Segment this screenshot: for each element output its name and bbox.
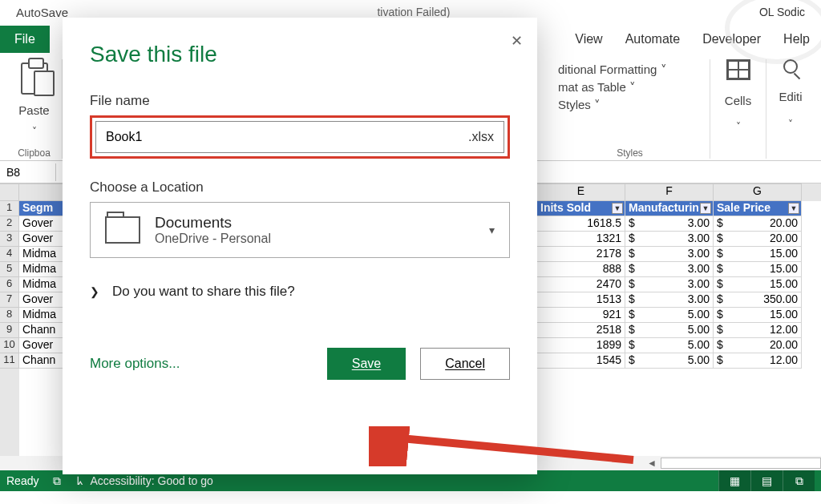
autosave-label: AutoSave xyxy=(16,6,68,19)
paste-label[interactable]: Paste xyxy=(18,103,49,117)
col-e[interactable]: E xyxy=(537,183,625,201)
find-icon[interactable] xyxy=(783,59,798,74)
more-options-link[interactable]: More options... xyxy=(90,356,180,372)
location-main: Documents xyxy=(155,214,271,232)
col-f[interactable]: F xyxy=(625,183,714,201)
name-box[interactable]: B8 xyxy=(0,163,56,181)
display-settings-icon[interactable]: ⧉ xyxy=(53,474,61,488)
paste-icon[interactable] xyxy=(21,62,48,95)
filename-highlight: .xlsx xyxy=(90,115,510,159)
automate-tab[interactable]: Automate xyxy=(614,26,691,53)
editing-group: Editi ˅ xyxy=(766,59,815,159)
filename-input[interactable] xyxy=(106,130,462,144)
accessibility-status: Accessibility: Good to go xyxy=(90,474,212,487)
location-selector[interactable]: Documents OneDrive - Personal ▾ xyxy=(90,202,510,258)
cells-icon[interactable] xyxy=(726,59,750,80)
chevron-down-icon: ▾ xyxy=(489,224,495,236)
save-dialog: ✕ Save this file File name .xlsx Choose … xyxy=(63,18,537,474)
header-units-sold: Inits Sold▼ xyxy=(537,201,625,216)
filter-icon[interactable]: ▼ xyxy=(612,203,623,214)
header-segment: Segm xyxy=(19,201,64,216)
file-extension[interactable]: .xlsx xyxy=(462,130,494,144)
editing-label[interactable]: Editi xyxy=(779,90,802,103)
location-label: Choose a Location xyxy=(90,179,510,196)
folder-icon xyxy=(105,216,140,244)
conditional-formatting-button[interactable]: ditional Formatting ˅ xyxy=(558,62,667,77)
row-headers: 123 456 789 1011 xyxy=(0,183,19,456)
title-center: tivation Failed) xyxy=(68,6,759,18)
cancel-button[interactable]: Cancel xyxy=(420,348,510,380)
filter-icon[interactable]: ▼ xyxy=(788,203,799,214)
header-sale-price: Sale Price▼ xyxy=(714,201,802,216)
page-break-view-button[interactable]: ⧉ xyxy=(783,470,815,491)
filter-icon[interactable]: ▼ xyxy=(700,203,711,214)
view-tab[interactable]: View xyxy=(564,26,613,53)
page-layout-view-button[interactable]: ▤ xyxy=(750,470,783,491)
dialog-title: Save this file xyxy=(90,42,510,67)
styles-group-label: Styles xyxy=(617,147,643,159)
chevron-right-icon: ❯ xyxy=(90,285,99,298)
file-tab[interactable]: File xyxy=(0,26,50,53)
format-as-table-button[interactable]: mat as Table ˅ xyxy=(558,80,636,95)
save-button[interactable]: Save xyxy=(327,348,406,380)
accessibility-icon[interactable]: ᖾ xyxy=(77,474,83,488)
normal-view-button[interactable]: ▦ xyxy=(718,470,750,491)
location-sub: OneDrive - Personal xyxy=(155,232,271,246)
styles-group: ditional Formatting ˅ mat as Table ˅ Sty… xyxy=(550,59,710,159)
col-g[interactable]: G xyxy=(714,183,802,201)
cells-group: Cells ˅ xyxy=(710,59,766,159)
cell-styles-button[interactable]: Styles ˅ xyxy=(558,98,601,112)
clipboard-group: Paste ˅ Clipboa xyxy=(6,59,63,159)
share-expander[interactable]: ❯ Do you want to share this file? xyxy=(90,284,510,300)
header-manufacturing: Manufacturin▼ xyxy=(625,201,714,216)
clipboard-group-label: Clipboa xyxy=(18,147,51,159)
status-ready: Ready xyxy=(6,474,38,487)
filename-label: File name xyxy=(90,93,510,109)
share-question: Do you want to share this file? xyxy=(112,284,295,300)
close-icon[interactable]: ✕ xyxy=(511,32,523,50)
cells-label[interactable]: Cells xyxy=(725,94,751,107)
